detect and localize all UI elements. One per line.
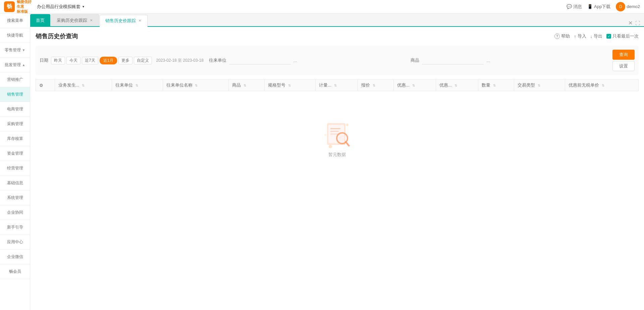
sidebar-item-enterprise-collab[interactable]: 企业协同 (0, 205, 30, 220)
product-filter-group: 商品 ... (411, 56, 607, 64)
sort-icon-partner-name: ⇅ (195, 84, 198, 87)
sidebar-item-marketing[interactable]: 营销推广 (0, 72, 30, 87)
date-buttons: 昨天 今天 近7天 近1月 更多 自定义 (51, 57, 152, 64)
product-dots-btn[interactable]: ... (486, 58, 490, 63)
close-window-btn[interactable]: ✕ (628, 20, 633, 26)
sidebar-item-purchase-mgmt[interactable]: 采购管理 (0, 117, 30, 132)
date-label: 日期 (40, 57, 48, 63)
th-product[interactable]: 商品 ⇅ (229, 80, 265, 91)
chevron-up-icon: ▲ (22, 63, 25, 67)
partner-label: 往来单位 (209, 57, 226, 63)
svg-point-8 (329, 145, 332, 148)
date-btn-last1month[interactable]: 近1月 (100, 57, 117, 64)
sort-icon-pre-discount-price: ⇅ (602, 84, 604, 87)
sidebar-item-enterprise-wechat[interactable]: 企业微信 (0, 250, 30, 264)
sidebar-item-search-menu[interactable]: 搜索菜单 (0, 13, 30, 28)
logo-icon: 畅 (4, 1, 15, 12)
svg-point-6 (339, 135, 345, 142)
only-last-checkbox-wrap[interactable]: ✓ 只看最后一次 (606, 33, 639, 39)
th-discount1[interactable]: 优惠... ⇅ (394, 80, 436, 91)
date-btn-today[interactable]: 今天 (66, 57, 80, 64)
date-btn-yesterday[interactable]: 昨天 (51, 57, 65, 64)
export-btn[interactable]: ↓ 导出 (590, 33, 603, 39)
logo-text: 畅捷信好生意 标准版 (17, 0, 34, 14)
only-last-checkbox[interactable]: ✓ (606, 34, 611, 39)
tab-close-purchase-history[interactable]: ✕ (89, 18, 93, 23)
date-btn-last7days[interactable]: 近7天 (82, 57, 98, 64)
tab-sales-history[interactable]: 销售历史价跟踪 ✕ (100, 15, 148, 27)
partner-input[interactable] (229, 56, 291, 64)
th-biz-date[interactable]: 业务发生... ⇅ (55, 80, 112, 91)
sidebar-item-quick-nav[interactable]: 快捷导航 (0, 28, 30, 43)
th-partner-code[interactable]: 往来单位 ⇅ (112, 80, 163, 91)
sidebar-item-system-mgmt[interactable]: 系统管理 (0, 191, 30, 205)
tab-bar: 首页 采购历史价跟踪 ✕ 销售历史价跟踪 ✕ ✕ ⛶ (30, 13, 644, 27)
logo-area: 畅 畅捷信好生意 标准版 (4, 0, 34, 14)
page-header-actions: ? 帮助 ↑ 导入 ↓ 导出 ✓ 只看最后一次 (554, 33, 639, 39)
sidebar-item-beginner-guide[interactable]: 新手引导 (0, 220, 30, 235)
empty-text: 暂元数据 (328, 152, 346, 158)
action-buttons: 查询 设置 (612, 50, 635, 71)
page-header: 销售历史价查询 ? 帮助 ↑ 导入 ↓ 导出 ✓ (36, 32, 639, 40)
sort-icon-product: ⇅ (244, 84, 246, 87)
product-input[interactable] (422, 56, 484, 64)
date-btn-custom[interactable]: 自定义 (134, 57, 152, 64)
svg-rect-3 (330, 131, 339, 132)
th-discount2[interactable]: 优惠... ⇅ (436, 80, 478, 91)
th-quantity[interactable]: 数量 ⇅ (478, 80, 514, 91)
sidebar-item-inventory-check[interactable]: 库存核算 (0, 132, 30, 146)
th-quote[interactable]: 报价 ⇅ (358, 80, 394, 91)
sidebar: 搜索菜单 快捷导航 零售管理 ▼ 批发管理 ▲ 营销推广 销售管理 电商管理 采… (0, 13, 30, 310)
sidebar-item-wholesale-mgmt[interactable]: 批发管理 ▲ (0, 58, 30, 72)
export-icon: ↓ (590, 34, 593, 39)
dropdown-icon[interactable]: ▾ (83, 5, 84, 8)
maximize-btn[interactable]: ⛶ (635, 20, 640, 26)
sidebar-item-finance-mgmt[interactable]: 资金管理 (0, 146, 30, 161)
sidebar-item-member[interactable]: 畅会员 (0, 264, 30, 279)
svg-point-9 (346, 123, 348, 126)
table-header: ⚙ 业务发生... ⇅ 往来单位 ⇅ 往来单位名称 (36, 80, 639, 91)
main-layout: 搜索菜单 快捷导航 零售管理 ▼ 批发管理 ▲ 营销推广 销售管理 电商管理 采… (0, 13, 644, 310)
tab-purchase-history[interactable]: 采购历史价跟踪 ✕ (51, 14, 99, 26)
tab-home[interactable]: 首页 (30, 14, 50, 26)
chevron-down-icon: ▼ (22, 48, 25, 52)
sort-icon-discount1: ⇅ (412, 84, 415, 87)
app-download-icon: 📱 (587, 4, 593, 9)
sidebar-item-basic-info[interactable]: 基础信息 (0, 176, 30, 191)
page-content: 销售历史价查询 ? 帮助 ↑ 导入 ↓ 导出 ✓ (30, 27, 644, 310)
tab-close-sales-history[interactable]: ✕ (138, 18, 142, 23)
partner-dots-btn[interactable]: ... (293, 58, 297, 63)
sort-icon-trade-type: ⇅ (538, 84, 540, 87)
date-filter-group: 日期 昨天 今天 近7天 近1月 更多 自定义 2023-02-18 至 202… (40, 57, 204, 64)
sidebar-item-retail-mgmt[interactable]: 零售管理 ▼ (0, 43, 30, 58)
user-profile[interactable]: D demo2 (616, 2, 640, 11)
settings-button[interactable]: 设置 (612, 61, 635, 71)
date-btn-more[interactable]: 更多 (118, 57, 132, 64)
sort-icon-unit: ⇅ (334, 84, 337, 87)
sort-icon-biz-date: ⇅ (82, 84, 85, 87)
app-download-btn[interactable]: 📱 App下载 (587, 4, 610, 10)
content-area: 首页 采购历史价跟踪 ✕ 销售历史价跟踪 ✕ ✕ ⛶ 销售历史价查询 (30, 13, 644, 310)
th-pre-discount-price[interactable]: 优惠前无税单价 ⇅ (565, 80, 639, 91)
import-btn[interactable]: ↑ 导入 (574, 33, 586, 39)
partner-filter-group: 往来单位 ... (209, 56, 406, 64)
query-button[interactable]: 查询 (612, 50, 635, 60)
date-range-display: 2023-02-18 至 2023-03-18 (156, 58, 203, 63)
sidebar-item-ops-mgmt[interactable]: 经营管理 (0, 161, 30, 176)
page-title: 销售历史价查询 (36, 32, 78, 40)
th-partner-name[interactable]: 往来单位名称 ⇅ (163, 80, 228, 91)
th-gear[interactable]: ⚙ (36, 80, 55, 91)
import-icon: ↑ (574, 34, 576, 39)
th-unit[interactable]: 计量... ⇅ (316, 80, 358, 91)
gear-icon: ⚙ (39, 83, 43, 88)
sort-icon-spec: ⇅ (288, 84, 291, 87)
sidebar-item-sales-mgmt[interactable]: 销售管理 (0, 87, 30, 102)
th-spec[interactable]: 规格型号 ⇅ (265, 80, 316, 91)
message-btn[interactable]: 💬 消息 (567, 4, 582, 10)
th-trade-type[interactable]: 交易类型 ⇅ (514, 80, 565, 91)
top-bar: 畅 畅捷信好生意 标准版 办公用品行业模拟账套 ▾ 💬 消息 📱 App下载 D… (0, 0, 644, 13)
table-body: 暂元数据 (36, 91, 639, 185)
sidebar-item-app-center[interactable]: 应用中心 (0, 235, 30, 250)
sidebar-item-ecommerce-mgmt[interactable]: 电商管理 (0, 102, 30, 117)
help-btn[interactable]: ? 帮助 (554, 33, 570, 39)
